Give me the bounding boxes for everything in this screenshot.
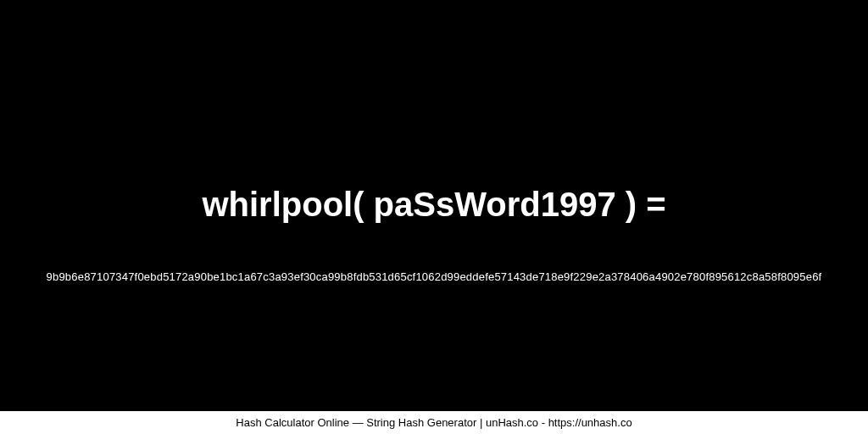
hash-expression: whirlpool( paSsWord1997 ) = [202, 186, 665, 224]
main-content: whirlpool( paSsWord1997 ) = 9b9b6e871073… [0, 0, 868, 434]
hash-output: 9b9b6e87107347f0ebd5172a90be1bc1a67c3a93… [47, 270, 822, 283]
footer-text: Hash Calculator Online — String Hash Gen… [236, 416, 632, 429]
footer-bar: Hash Calculator Online — String Hash Gen… [0, 411, 868, 434]
